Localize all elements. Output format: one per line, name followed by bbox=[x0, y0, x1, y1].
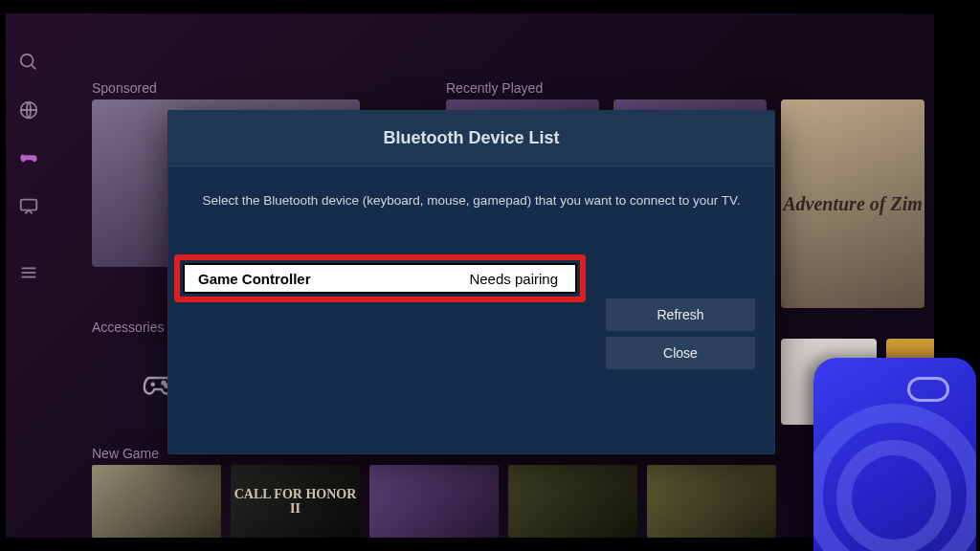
section-label-accessories: Accessories bbox=[92, 320, 164, 335]
section-label-sponsored: Sponsored bbox=[92, 80, 157, 96]
svg-point-0 bbox=[21, 55, 33, 67]
phone-overlay bbox=[813, 358, 976, 551]
phone-camera-cutout bbox=[907, 377, 949, 402]
dialog-title: Bluetooth Device List bbox=[168, 111, 774, 166]
device-list-item[interactable]: Game Controller Needs pairing bbox=[174, 254, 586, 302]
svg-rect-3 bbox=[21, 200, 37, 210]
gamepad-icon[interactable] bbox=[18, 147, 39, 168]
globe-icon[interactable] bbox=[18, 99, 39, 121]
device-status: Needs pairing bbox=[469, 271, 558, 287]
svg-line-1 bbox=[32, 65, 36, 70]
recently-played-tile[interactable]: Adventure of Zim bbox=[781, 99, 924, 308]
close-button[interactable]: Close bbox=[606, 337, 755, 369]
game-tile[interactable] bbox=[647, 465, 776, 538]
device-name: Game Controller bbox=[198, 271, 311, 287]
svg-point-9 bbox=[163, 382, 166, 385]
game-tile[interactable] bbox=[369, 465, 499, 538]
left-sidebar bbox=[6, 13, 52, 538]
game-tile[interactable] bbox=[508, 465, 637, 538]
game-tile[interactable] bbox=[92, 465, 221, 538]
section-label-new-game: New Game bbox=[92, 446, 159, 461]
game-tile[interactable]: CALL FOR HONOR II bbox=[231, 465, 360, 538]
tile-title: CALL FOR HONOR II bbox=[231, 487, 360, 517]
decorative-ring bbox=[836, 440, 951, 551]
bluetooth-device-list-dialog: Bluetooth Device List Select the Bluetoo… bbox=[167, 110, 775, 454]
new-game-row: CALL FOR HONOR II bbox=[92, 465, 776, 538]
search-icon[interactable] bbox=[18, 52, 39, 73]
menu-icon[interactable] bbox=[18, 262, 39, 283]
dialog-description: Select the Bluetooth device (keyboard, m… bbox=[168, 166, 774, 229]
tile-title: Adventure of Zim bbox=[783, 193, 923, 215]
chat-icon[interactable] bbox=[18, 195, 39, 216]
section-label-recently-played: Recently Played bbox=[446, 80, 543, 96]
refresh-button[interactable]: Refresh bbox=[606, 298, 755, 331]
